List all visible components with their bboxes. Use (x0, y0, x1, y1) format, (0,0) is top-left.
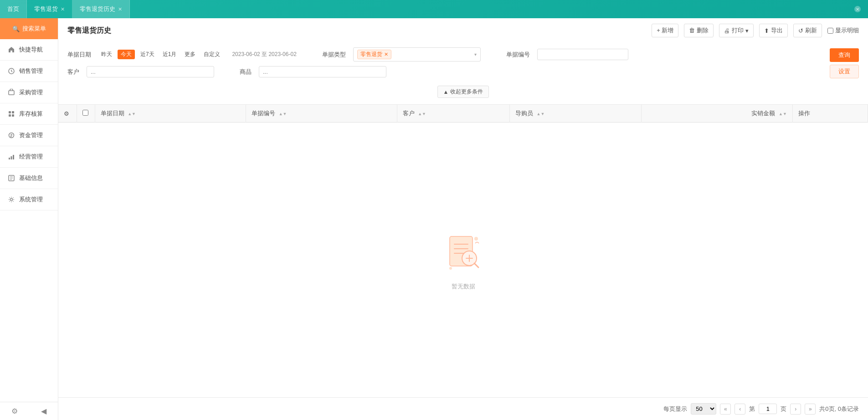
svg-rect-5 (12, 114, 14, 117)
page-number-input[interactable] (759, 404, 777, 414)
first-page-button[interactable]: « (720, 404, 731, 415)
window-close-button[interactable]: ✕ (854, 6, 861, 12)
sidebar-search-label: 搜索菜单 (22, 25, 46, 33)
date-btn-1month[interactable]: 近1月 (160, 50, 180, 59)
sort-customer-icon[interactable]: ▲▼ (418, 112, 426, 116)
collapse-icon: ▲ (443, 89, 449, 95)
home-icon (7, 46, 15, 54)
date-options: 昨天 今天 近7天 近1月 更多 自定义 (98, 50, 223, 59)
sidebar-item-finance[interactable]: 资金管理 (0, 125, 58, 146)
sidebar-item-inventory[interactable]: 库存核算 (0, 103, 58, 125)
sidebar-item-operations[interactable]: 经营管理 (0, 146, 58, 168)
filter-row-2: 客户 商品 (67, 66, 822, 77)
settings-icon[interactable]: ⚙ (64, 110, 69, 117)
svg-rect-9 (13, 155, 14, 159)
tab-retail-return-history-close[interactable]: ✕ (118, 6, 122, 12)
th-date[interactable]: 单据日期 ▲▼ (95, 105, 246, 123)
page-size-select[interactable]: 50 100 200 (691, 403, 716, 415)
export-button[interactable]: ⬆ 导出 (759, 24, 788, 37)
th-amount[interactable]: 实销金额 ▲▼ (642, 105, 793, 123)
date-btn-more[interactable]: 更多 (182, 50, 198, 59)
inventory-icon (7, 110, 15, 118)
finance-icon (7, 131, 15, 139)
svg-point-11 (10, 199, 13, 201)
tab-bar: 首页 零售退货 ✕ 零售退货历史 ✕ (0, 0, 847, 18)
next-page-button[interactable]: › (790, 404, 801, 415)
doc-type-tag-remove[interactable]: ✕ (384, 51, 388, 57)
sort-amount-icon[interactable]: ▲▼ (779, 112, 787, 116)
doc-type-tag: 零售退货 ✕ (357, 50, 391, 59)
sidebar-item-sales-mgmt-label: 销售管理 (19, 67, 43, 75)
svg-rect-8 (11, 156, 12, 159)
sidebar-item-quick-nav[interactable]: 快捷导航 (0, 39, 58, 61)
page-title: 零售退货历史 (67, 26, 111, 36)
pagination: 每页显示 50 100 200 « ‹ 第 页 › » 共0页, 0条记录 (58, 397, 868, 420)
select-all-checkbox[interactable] (82, 110, 88, 116)
settings-button[interactable]: ⚙ (11, 407, 18, 415)
tab-retail-return-close[interactable]: ✕ (61, 6, 65, 12)
date-btn-yesterday[interactable]: 昨天 (98, 50, 115, 59)
date-btn-7days[interactable]: 近7天 (138, 50, 157, 59)
basic-icon (7, 174, 15, 182)
show-detail-checkbox[interactable] (827, 28, 833, 34)
collapse-filter-button[interactable]: ▲ 收起更多条件 (437, 86, 489, 98)
empty-state: 暂无数据 (58, 123, 868, 397)
sidebar-item-operations-label: 经营管理 (19, 153, 43, 161)
svg-line-19 (474, 263, 478, 267)
export-label: 导出 (771, 26, 783, 35)
tab-retail-return-history[interactable]: 零售退货历史 ✕ (72, 0, 130, 18)
tab-retail-return[interactable]: 零售退货 ✕ (27, 0, 72, 18)
last-page-button[interactable]: » (805, 404, 816, 415)
th-guide[interactable]: 导购员 ▲▼ (509, 105, 641, 123)
sidebar-search[interactable]: 🔍 搜索菜单 (0, 18, 58, 39)
collapse-label: 收起更多条件 (450, 88, 483, 96)
sidebar-item-basic-info-label: 基础信息 (19, 174, 43, 182)
sidebar-item-purchase-mgmt[interactable]: 采购管理 (0, 82, 58, 103)
svg-rect-3 (12, 111, 14, 113)
date-range: 2023-06-02 至 2023-06-02 (232, 51, 296, 58)
sidebar-item-quick-nav-label: 快捷导航 (19, 46, 43, 54)
sort-number-icon[interactable]: ▲▼ (279, 112, 287, 116)
delete-button[interactable]: 🗑 删除 (684, 24, 714, 37)
filter-section: 单据日期 昨天 今天 近7天 近1月 更多 自定义 2023-06-02 至 2… (67, 43, 859, 104)
sidebar-item-basic-info[interactable]: 基础信息 (0, 168, 58, 189)
th-actions-label: 操作 (798, 110, 810, 117)
sidebar-bottom: ⚙ ◀ (0, 402, 58, 420)
sidebar-item-system[interactable]: 系统管理 (0, 189, 58, 210)
date-btn-custom[interactable]: 自定义 (201, 50, 223, 59)
sidebar-item-finance-label: 资金管理 (19, 131, 43, 139)
chevron-down-icon: ▾ (474, 52, 477, 57)
th-number-label: 单据编号 (252, 110, 275, 117)
settings-filter-button[interactable]: 设置 (830, 65, 859, 78)
add-button[interactable]: + 新增 (652, 24, 678, 37)
th-number[interactable]: 单据编号 ▲▼ (246, 105, 397, 123)
refresh-button[interactable]: ↺ 刷新 (793, 24, 822, 37)
goods-input[interactable] (259, 66, 386, 77)
customer-input[interactable] (87, 66, 214, 77)
th-settings[interactable]: ⚙ (58, 105, 77, 123)
prev-page-button[interactable]: ‹ (734, 404, 745, 415)
page-num-prefix: 第 (749, 405, 755, 413)
doc-type-select[interactable]: 零售退货 ✕ ▾ (353, 47, 481, 61)
doc-type-content: 零售退货 ✕ (357, 50, 473, 59)
collapse-button[interactable]: ◀ (41, 407, 46, 415)
th-checkbox[interactable] (77, 105, 95, 123)
print-button[interactable]: 🖨 打印 ▾ (719, 24, 754, 37)
th-customer[interactable]: 客户 ▲▼ (397, 105, 509, 123)
doc-number-label: 单据编号 (506, 51, 530, 59)
show-detail-toggle[interactable]: 显示明细 (827, 26, 859, 35)
sort-guide-icon[interactable]: ▲▼ (537, 112, 545, 116)
query-button[interactable]: 查询 (830, 48, 859, 62)
doc-number-input[interactable] (537, 49, 628, 60)
filter-row-1: 单据日期 昨天 今天 近7天 近1月 更多 自定义 2023-06-02 至 2… (67, 47, 822, 61)
toolbar: + 新增 🗑 删除 🖨 打印 ▾ ⬆ 导出 ↺ 刷新 (652, 24, 859, 37)
date-btn-today[interactable]: 今天 (118, 50, 135, 59)
main-layout: 🔍 搜索菜单 快捷导航 销售管理 采购管理 库存核算 (0, 18, 868, 420)
sort-date-icon[interactable]: ▲▼ (128, 112, 136, 116)
th-customer-label: 客户 (403, 110, 415, 117)
tab-home[interactable]: 首页 (0, 0, 27, 18)
refresh-icon: ↺ (798, 27, 803, 34)
empty-text: 暂无数据 (452, 282, 475, 291)
goods-filter-label: 商品 (240, 68, 252, 76)
sidebar-item-sales-mgmt[interactable]: 销售管理 (0, 61, 58, 82)
